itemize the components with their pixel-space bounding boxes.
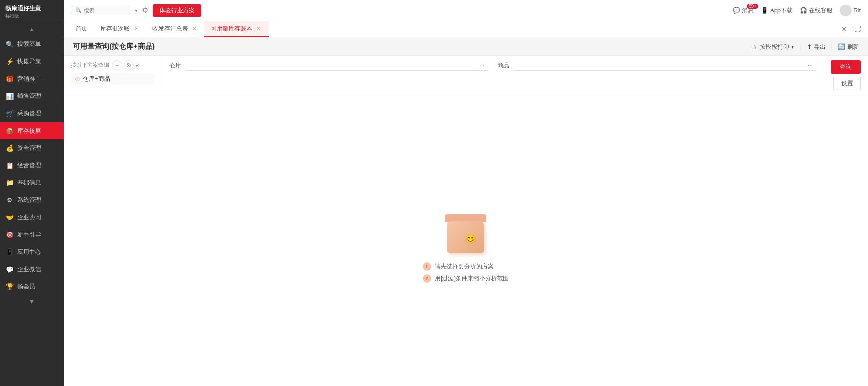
add-scheme-btn[interactable]: ＋ [112,60,122,70]
sidebar-scroll-up[interactable]: ▲ [0,23,64,36]
filter-fields: 仓库 ··· 商品 ··· [169,60,816,71]
refresh-btn[interactable]: 🔄 刷新 [838,43,859,51]
sidebar-item-shortcut[interactable]: ⚡快捷导航 [0,53,64,70]
hint-1: 1 请先选择要分析的方案 [423,262,509,271]
warehouse-input[interactable] [187,62,476,69]
tab-home[interactable]: 首页 [69,21,94,37]
enterprise-icon: 🤝 [5,214,14,221]
sidebar-item-basics[interactable]: 📁基础信息 [0,174,64,191]
hint-num-2: 2 [423,274,431,283]
scheme-label-warehouse-goods: 仓库+商品 [83,75,110,83]
user-name: Rit [853,7,861,14]
hint-text-1: 请先选择要分析的方案 [435,262,494,271]
user-avatar [840,5,852,16]
sidebar-item-operations[interactable]: 📋经营管理 [0,157,64,174]
tabbar: 首页库存批次账✕收发存汇总表✕可用量库存账本✕ ✕ ⛶ [64,21,868,37]
purchase-icon: 🛒 [5,110,14,117]
sidebar-label-marketing: 营销推广 [17,75,41,83]
search-icon: 🔍 [5,41,14,48]
sidebar-label-basics: 基础信息 [17,179,41,187]
sidebar-label-newbie: 新手引导 [17,231,41,239]
user-menu[interactable]: Rit [840,5,861,16]
export-btn[interactable]: ⬆ 导出 [807,43,826,51]
query-btn[interactable]: 查询 [831,60,861,74]
window-buttons: ✕ ⛶ [839,24,863,34]
refresh-icon: 🔄 [838,43,845,50]
sidebar-item-appstore[interactable]: 📱应用中心 [0,243,64,261]
box-body: 😊 [447,221,484,253]
export-label: 导出 [814,43,826,51]
tab-batch[interactable]: 库存批次账✕ [94,21,146,37]
sidebar-item-marketing[interactable]: 🎁营销推广 [0,70,64,87]
tab-list: 首页库存批次账✕收发存汇总表✕可用量库存账本✕ [69,21,269,37]
export-icon: ⬆ [807,43,812,50]
sidebar-label-shortcut: 快捷导航 [17,57,41,66]
sidebar-items: 🔍搜索菜单⚡快捷导航🎁营销推广📊销售管理🛒采购管理📦库存核算💰资金管理📋经营管理… [0,36,64,295]
topbar-actions: 💬 消息 99+ 📱 App下载 🎧 在线客服 Rit [733,5,861,16]
tab-label-summary: 收发存汇总表 [152,25,188,33]
service-label: 在线客服 [809,6,832,15]
message-btn[interactable]: 💬 消息 99+ [733,6,754,15]
wechat-icon: 💬 [5,266,14,273]
sidebar-scroll: ▲ 🔍搜索菜单⚡快捷导航🎁营销推广📊销售管理🛒采购管理📦库存核算💰资金管理📋经营… [0,23,64,386]
page-actions: 🖨 按模板打印 ▾ | ⬆ 导出 | 🔄 刷新 [752,43,859,51]
sidebar-item-sales[interactable]: 📊销售管理 [0,87,64,105]
filter-area: 按以下方案查询 ＋ ⚙ « ⊙仓库+商品 仓库 ··· [64,56,868,95]
warehouse-more-btn[interactable]: ··· [478,61,486,69]
sidebar-item-purchase[interactable]: 🛒采购管理 [0,105,64,122]
refresh-label: 刷新 [847,43,859,51]
template-print-btn[interactable]: 🖨 按模板打印 ▾ [752,43,794,51]
search-input[interactable] [84,7,125,14]
service-btn[interactable]: 🎧 在线客服 [800,6,832,15]
marketing-icon: 🎁 [5,75,14,82]
maximize-btn[interactable]: ⛶ [853,24,863,34]
sidebar-label-search: 搜索菜单 [17,40,41,48]
page-header: 可用量查询(按仓库+商品) 🖨 按模板打印 ▾ | ⬆ 导出 | 🔄 刷新 [64,37,868,56]
hint-text-2: 用[过滤]条件来缩小分析范围 [435,274,509,283]
scheme-title: 按以下方案查询 ＋ ⚙ « [71,60,154,70]
finance-icon: 💰 [5,144,14,152]
sidebar-item-enterprise[interactable]: 🤝企业协同 [0,209,64,226]
message-badge: 99+ [747,4,758,9]
filter-scheme-panel: 按以下方案查询 ＋ ⚙ « ⊙仓库+商品 [71,60,162,85]
sidebar-item-search[interactable]: 🔍搜索菜单 [0,36,64,53]
gear-icon[interactable]: ⚙ [142,6,148,15]
template-print-label: 按模板打印 [760,43,789,51]
message-icon: 💬 [733,7,740,14]
content-area: 😊 1 请先选择要分析的方案 2 用[过滤]条件来缩小分析范围 [64,95,868,386]
basics-icon: 📁 [5,179,14,186]
close-tab-btn[interactable]: ✕ [839,24,849,34]
tab-label-batch: 库存批次账 [100,25,130,33]
sidebar-item-inventory[interactable]: 📦库存核算 [0,122,64,139]
tab-close-batch[interactable]: ✕ [132,25,140,32]
dropdown-btn[interactable]: ▾ [135,7,137,14]
hint-num-1: 1 [423,262,431,271]
industry-btn[interactable]: 体验行业方案 [153,4,201,17]
scheme-actions: ＋ ⚙ « [112,60,139,70]
tab-summary[interactable]: 收发存汇总表✕ [146,21,204,37]
tab-available[interactable]: 可用量库存账本✕ [204,21,269,37]
goods-input[interactable] [515,62,804,69]
goods-more-btn[interactable]: ··· [806,61,814,69]
empty-illustration: 😊 [438,199,493,253]
brand-sub: 标准版 [5,13,58,19]
sidebar-scroll-down[interactable]: ▼ [0,295,64,308]
app-download-btn[interactable]: 📱 App下载 [761,6,792,15]
sidebar-item-newbie[interactable]: 🎯新手引导 [0,226,64,243]
sidebar-item-member[interactable]: 🏆畅会员 [0,278,64,295]
settings-btn[interactable]: 设置 [833,77,861,90]
sidebar-item-finance[interactable]: 💰资金管理 [0,139,64,157]
shortcut-icon: ⚡ [5,58,14,65]
sidebar-label-operations: 经营管理 [17,161,41,170]
action-divider-1: | [800,43,801,50]
scheme-icon-warehouse-goods: ⊙ [75,75,80,82]
sidebar-label-wechat: 企业微信 [17,265,41,273]
manage-scheme-btn[interactable]: ⚙ [124,60,134,70]
tab-close-available[interactable]: ✕ [255,25,262,32]
sidebar-item-system[interactable]: ⚙系统管理 [0,191,64,209]
scheme-warehouse-goods[interactable]: ⊙仓库+商品 [71,73,154,85]
collapse-btn[interactable]: « [136,62,139,69]
tab-close-summary[interactable]: ✕ [191,25,198,32]
sidebar-label-enterprise: 企业协同 [17,213,41,221]
sidebar-item-wechat[interactable]: 💬企业微信 [0,261,64,278]
